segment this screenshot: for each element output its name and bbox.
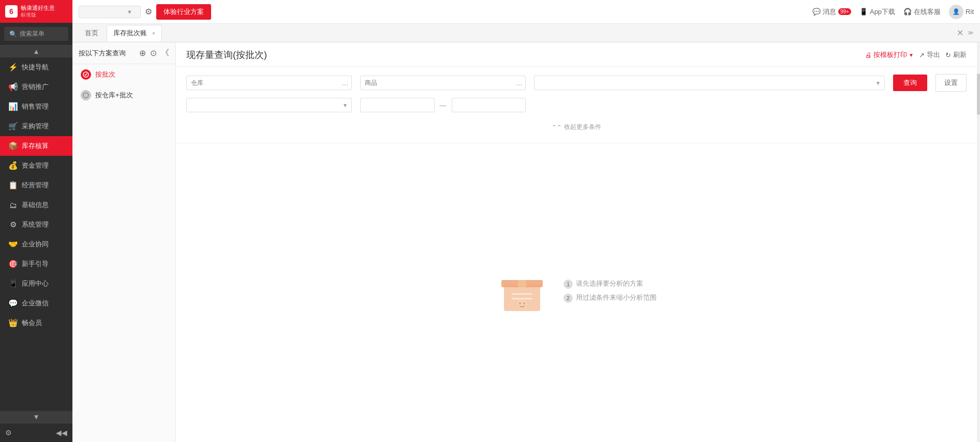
export-button[interactable]: ↗ 导出 <box>919 50 940 60</box>
sidebar-footer: ⚙ ◀◀ <box>0 423 72 442</box>
status-dropdown[interactable] <box>534 76 885 90</box>
hint-2-num: 2 <box>563 293 573 303</box>
filter-panel: 按以下方案查询 ⊕ ⊙ 《 按批次 按仓库+批次 <box>72 42 176 442</box>
scroll-up-button[interactable]: ▲ <box>0 46 72 57</box>
panel-close-button[interactable]: ✕ <box>955 28 966 38</box>
empty-box-svg <box>496 267 548 314</box>
sidebar-item-operations[interactable]: 📋 经营管理 <box>0 175 72 195</box>
svg-rect-4 <box>518 280 526 287</box>
gear-icon[interactable]: ⚙ <box>145 7 152 17</box>
query-form: … … ▼ <box>176 67 977 143</box>
sales-icon: 📊 <box>8 102 18 111</box>
query-button[interactable]: 查询 <box>893 75 927 91</box>
user-profile-button[interactable]: 👤 Rit <box>949 5 974 19</box>
filter-collapse-button[interactable]: 《 <box>161 48 169 58</box>
sidebar-item-purchase[interactable]: 🛒 采购管理 <box>0 116 72 136</box>
filter-settings-button[interactable]: ⊙ <box>150 48 157 58</box>
sidebar-item-basic[interactable]: 🗂 基础信息 <box>0 195 72 215</box>
scroll-down-button[interactable]: ▼ <box>0 411 72 423</box>
product-input[interactable] <box>360 76 526 90</box>
breadcrumb-field[interactable] <box>83 8 125 16</box>
print-button[interactable]: 🖨 按模板打印 ▼ <box>865 50 914 60</box>
apps-label: 应用中心 <box>22 279 49 288</box>
filter-warehouse-batch-label: 按仓库+批次 <box>95 91 133 100</box>
app-logo: 6 <box>5 5 18 18</box>
hint-1-text: 请先选择要分析的方案 <box>576 279 643 288</box>
svg-point-1 <box>83 93 88 98</box>
product-input-wrapper: … <box>360 76 526 90</box>
sidebar-item-inventory[interactable]: 📦 库存核算 <box>0 136 72 156</box>
warehouse-input[interactable] <box>186 76 352 90</box>
messages-button[interactable]: 💬 消息 99+ <box>812 7 851 17</box>
sidebar-scroll-down[interactable]: ▼ <box>0 411 72 423</box>
search-menu-button[interactable]: 🔍 搜索菜单 <box>4 27 68 41</box>
filter-batch-icon <box>81 69 91 80</box>
settings-footer-button[interactable]: ⚙ <box>5 429 12 437</box>
warehouse-dots[interactable]: … <box>341 79 349 87</box>
settings-button[interactable]: 设置 <box>936 74 967 92</box>
sidebar-item-wechat[interactable]: 💬 企业微信 <box>0 293 72 313</box>
sidebar-item-member[interactable]: 👑 畅会员 <box>0 313 72 333</box>
sidebar-item-enterprise[interactable]: 🤝 企业协同 <box>0 234 72 254</box>
sidebar-item-apps[interactable]: 📱 应用中心 <box>0 274 72 293</box>
search-menu-label: 搜索菜单 <box>20 30 44 38</box>
inventory-status-dropdown[interactable] <box>186 98 352 112</box>
online-service-button[interactable]: 🎧 在线客服 <box>903 7 941 17</box>
sidebar-item-quicknav[interactable]: ⚡ 快捷导航 <box>0 57 72 77</box>
tab-inventory-batch[interactable]: 库存批次账 × <box>107 25 162 41</box>
sidebar-item-marketing[interactable]: 📢 营销推广 <box>0 77 72 97</box>
enterprise-label: 企业协同 <box>22 240 49 249</box>
operations-label: 经营管理 <box>22 181 49 190</box>
inventory-label: 库存核算 <box>22 141 49 151</box>
app-download-label: App下载 <box>870 7 895 17</box>
page-title: 现存量查询(按批次) <box>186 49 267 61</box>
inventory-qty-to-input[interactable] <box>452 98 526 112</box>
sidebar-scroll-up[interactable]: ▲ <box>0 46 72 57</box>
topbar-left: ▼ ⚙ 体验行业方案 <box>79 4 808 20</box>
online-service-label: 在线客服 <box>914 7 941 17</box>
message-icon: 💬 <box>812 8 821 16</box>
add-filter-button[interactable]: ⊕ <box>139 48 146 58</box>
app-name: 畅康通好生意 <box>21 4 55 11</box>
refresh-button[interactable]: ↻ 刷新 <box>945 50 967 60</box>
filter-panel-actions: ⊕ ⊙ 《 <box>139 48 169 58</box>
collapse-conditions-button[interactable]: ⌃⌃ 收起更多条件 <box>186 119 967 136</box>
svg-point-8 <box>519 302 521 304</box>
messages-badge: 99+ <box>838 8 851 15</box>
quicknav-label: 快捷导航 <box>22 63 49 72</box>
filter-item-by-batch[interactable]: 按批次 <box>72 64 175 85</box>
sales-label: 销售管理 <box>22 102 49 111</box>
finance-label: 资金管理 <box>22 161 49 170</box>
print-chevron-icon: ▼ <box>909 52 914 58</box>
sidebar-item-finance[interactable]: 💰 资金管理 <box>0 156 72 175</box>
app-download-button[interactable]: 📱 App下载 <box>859 7 895 17</box>
tab-bar-right: ✕ ≫ <box>955 28 974 38</box>
enterprise-icon: 🤝 <box>8 240 18 249</box>
phone-icon: 📱 <box>859 8 868 16</box>
collapse-sidebar-button[interactable]: ◀◀ <box>56 429 67 437</box>
product-dots[interactable]: … <box>515 79 523 87</box>
filter-panel-title: 按以下方案查询 <box>79 49 126 58</box>
operations-icon: 📋 <box>8 181 18 190</box>
tab-home[interactable]: 首页 <box>79 25 105 41</box>
sidebar-item-sales[interactable]: 📊 销售管理 <box>0 97 72 116</box>
sidebar-item-newbie[interactable]: 🎯 新手引导 <box>0 254 72 274</box>
inventory-qty-field: — <box>360 98 526 112</box>
filter-item-by-warehouse-batch[interactable]: 按仓库+批次 <box>72 85 175 106</box>
svg-point-9 <box>524 302 525 304</box>
purchase-label: 采购管理 <box>22 122 49 131</box>
inventory-qty-from-input[interactable] <box>360 98 435 112</box>
experience-button[interactable]: 体验行业方案 <box>156 4 211 20</box>
scrollbar-thumb[interactable] <box>977 73 980 115</box>
right-scrollbar[interactable] <box>977 42 980 442</box>
breadcrumb-input[interactable]: ▼ <box>79 6 141 18</box>
tab-inventory-batch-label: 库存批次账 <box>113 29 147 37</box>
tab-close-icon[interactable]: × <box>152 30 155 36</box>
sidebar: 6 畅康通好生意 标准版 🔍 搜索菜单 ▲ ⚡ 快捷导航 📢 营销推广 📊 销售… <box>0 0 72 442</box>
chevron-up-icon: ⌃⌃ <box>552 124 562 131</box>
member-icon: 👑 <box>8 318 18 328</box>
avatar: 👤 <box>949 5 963 19</box>
sidebar-item-system[interactable]: ⚙ 系统管理 <box>0 215 72 234</box>
page-header: 现存量查询(按批次) 🖨 按模板打印 ▼ ↗ 导出 ↻ 刷新 <box>176 42 977 67</box>
content-area: 按以下方案查询 ⊕ ⊙ 《 按批次 按仓库+批次 <box>72 42 980 442</box>
